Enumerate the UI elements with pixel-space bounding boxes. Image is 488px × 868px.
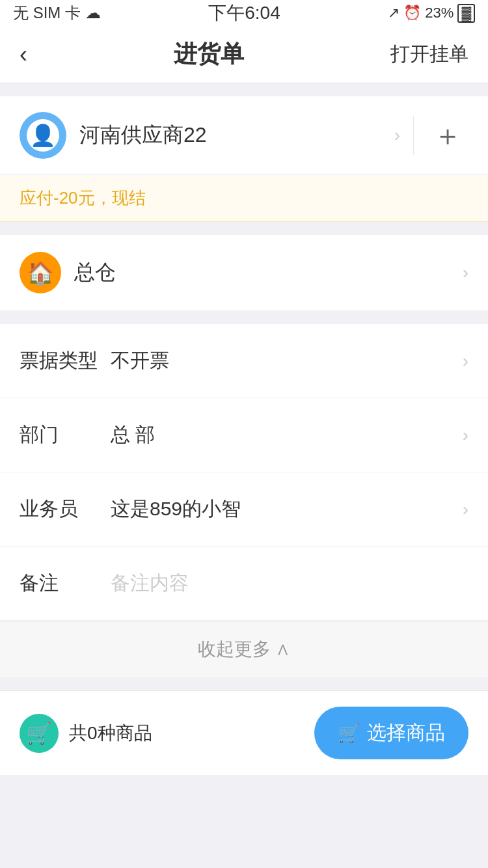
person-icon: 👤 <box>30 123 56 148</box>
page-title: 进货单 <box>174 38 244 70</box>
add-supplier-button[interactable]: ＋ <box>427 116 468 155</box>
salesperson-chevron-icon: › <box>463 499 468 520</box>
page-background <box>0 775 488 868</box>
status-time: 下午6:04 <box>208 1 280 25</box>
warehouse-section: 🏠 总仓 › <box>0 235 488 311</box>
remark-input[interactable]: 备注内容 <box>111 570 468 597</box>
supplier-section: 👤 河南供应商22 › ＋ 应付-20元，现结 <box>0 96 488 222</box>
status-left: 无 SIM 卡 ☁ <box>13 3 101 23</box>
form-section: 票据类型 不开票 › 部门 总 部 › 业务员 这是859的小智 › 备注 备注… <box>0 324 488 677</box>
bottom-left: 🛒 共0种商品 <box>20 714 152 753</box>
warehouse-name: 总仓 <box>74 258 463 287</box>
status-right: ↗ ⏰ 23% ▓ <box>388 4 475 23</box>
product-count-icon: 🛒 <box>20 714 59 753</box>
remark-row[interactable]: 备注 备注内容 <box>0 547 488 621</box>
invoice-row[interactable]: 票据类型 不开票 › <box>0 324 488 398</box>
section-gap-4 <box>0 677 488 690</box>
alarm-icon: ⏰ <box>403 5 421 21</box>
cart-icon: 🛒 <box>26 721 52 746</box>
dept-chevron-icon: › <box>463 425 468 446</box>
sim-status: 无 SIM 卡 ☁ <box>13 3 101 23</box>
remark-label: 备注 <box>20 570 111 597</box>
supplier-avatar: 👤 <box>20 112 66 159</box>
warehouse-chevron-icon: › <box>463 262 468 283</box>
dept-value: 总 部 <box>111 422 463 448</box>
nav-bar: ‹ 进货单 打开挂单 <box>0 26 488 83</box>
product-count: 共0种商品 <box>69 721 152 746</box>
section-gap-2 <box>0 222 488 235</box>
warehouse-icon: 🏠 <box>20 252 61 293</box>
avatar-inner: 👤 <box>27 119 59 152</box>
battery-status: 23% <box>425 5 454 21</box>
select-product-label: 选择商品 <box>367 720 445 746</box>
supplier-chevron-icon: › <box>394 125 400 146</box>
bottom-bar: 🛒 共0种商品 🛒 选择商品 <box>0 690 488 775</box>
supplier-divider <box>413 116 414 155</box>
open-pending-button[interactable]: 打开挂单 <box>390 41 468 68</box>
supplier-notice: 应付-20元，现结 <box>0 175 488 222</box>
salesperson-value: 这是859的小智 <box>111 496 463 522</box>
location-icon: ↗ <box>388 5 400 21</box>
salesperson-row[interactable]: 业务员 这是859的小智 › <box>0 472 488 547</box>
dept-row[interactable]: 部门 总 部 › <box>0 398 488 472</box>
supplier-name: 河南供应商22 <box>79 121 394 150</box>
warehouse-row[interactable]: 🏠 总仓 › <box>0 235 488 311</box>
invoice-chevron-icon: › <box>463 351 468 372</box>
invoice-value: 不开票 <box>111 347 463 374</box>
collapse-label: 收起更多 ∧ <box>198 637 291 662</box>
salesperson-label: 业务员 <box>20 496 111 522</box>
collapse-row[interactable]: 收起更多 ∧ <box>0 621 488 677</box>
home-icon: 🏠 <box>27 260 54 286</box>
supplier-row[interactable]: 👤 河南供应商22 › ＋ <box>0 96 488 175</box>
select-icon: 🛒 <box>338 722 360 744</box>
battery-icon: ▓ <box>457 4 475 23</box>
section-gap-1 <box>0 83 488 96</box>
invoice-label: 票据类型 <box>20 347 111 374</box>
section-gap-3 <box>0 311 488 324</box>
back-button[interactable]: ‹ <box>20 41 27 68</box>
select-product-button[interactable]: 🛒 选择商品 <box>314 707 468 759</box>
dept-label: 部门 <box>20 422 111 448</box>
status-bar: 无 SIM 卡 ☁ 下午6:04 ↗ ⏰ 23% ▓ <box>0 0 488 26</box>
